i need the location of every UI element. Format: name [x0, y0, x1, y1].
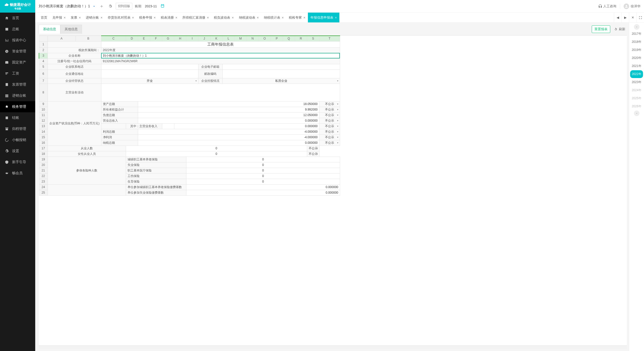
- sidebar-item-label: 报表中心: [12, 38, 26, 43]
- year-2022年[interactable]: 2022年: [630, 70, 643, 78]
- year-prev[interactable]: [634, 24, 639, 30]
- psi-icon: [5, 93, 9, 98]
- year-2017年[interactable]: 2017年: [630, 30, 643, 38]
- refresh-button[interactable]: 刷新: [614, 27, 625, 31]
- year-2026年[interactable]: 2026年: [630, 102, 643, 110]
- sidebar-item-vip[interactable]: 畅会员: [0, 168, 35, 179]
- sidebar-item-label: 结账: [12, 116, 19, 120]
- tab-2[interactable]: 发票×: [68, 13, 83, 22]
- sidebar-item-tax[interactable]: 税务管理: [0, 101, 35, 112]
- tab-5[interactable]: 税务申报×: [137, 13, 158, 22]
- tab-4[interactable]: 存货别名对照表×: [105, 13, 137, 22]
- tab-9[interactable]: 纳税波动表×: [236, 13, 261, 22]
- year-2024年[interactable]: 2024年: [630, 86, 643, 94]
- tab-close[interactable]: ×: [175, 16, 177, 20]
- human-consult[interactable]: 人工咨询: [598, 4, 616, 9]
- close-period-icon: [5, 116, 9, 120]
- add-account-button[interactable]: [99, 3, 105, 9]
- home-icon: [5, 16, 9, 20]
- sidebar-item-label: 首页: [12, 16, 19, 20]
- tab-label: 兑申报: [52, 15, 62, 20]
- year-2021年[interactable]: 2021年: [630, 62, 643, 70]
- tab-close[interactable]: ×: [303, 16, 305, 20]
- tab-10[interactable]: 纳税统计表×: [261, 13, 286, 22]
- tab-close[interactable]: ×: [100, 16, 102, 20]
- sidebar-item-archive[interactable]: 归档管理: [0, 123, 35, 134]
- year-2018年[interactable]: 2018年: [630, 38, 643, 46]
- tab-3[interactable]: 进销台账×: [83, 13, 105, 22]
- tab-label: 纳税波动表: [239, 15, 255, 20]
- tab-label: 税检专家: [289, 15, 302, 20]
- account-settings-button[interactable]: [107, 3, 113, 9]
- sidebar-item-home[interactable]: 首页: [0, 13, 35, 24]
- tab-1[interactable]: 兑申报×: [50, 13, 68, 22]
- period-value[interactable]: 2023-11: [145, 4, 157, 8]
- year-2020年[interactable]: 2020年: [630, 54, 643, 62]
- period-label: 账期: [135, 4, 141, 9]
- year-2023年[interactable]: 2023年: [630, 78, 643, 86]
- tab-close[interactable]: ×: [132, 16, 134, 20]
- sidebar-item-close-period[interactable]: 结账: [0, 112, 35, 123]
- report-icon: [5, 38, 9, 43]
- year-2025年[interactable]: 2025年: [630, 94, 643, 102]
- sidebar-item-label: 新手引导: [12, 160, 26, 164]
- tab-label: 所得税汇算清缴: [182, 15, 205, 20]
- tabs-next[interactable]: ▶: [621, 13, 629, 22]
- sidebar-item-guide[interactable]: 新手引导: [0, 157, 35, 168]
- tab-close[interactable]: ×: [207, 16, 209, 20]
- tab-8[interactable]: 税负波动表×: [211, 13, 236, 22]
- sidebar-item-label: 进销台账: [12, 93, 26, 98]
- sidebar-item-refund[interactable]: 小畅报销: [0, 134, 35, 146]
- tab-close[interactable]: ×: [282, 16, 284, 20]
- tab-close[interactable]: ×: [232, 16, 234, 20]
- sidebar-item-invoice[interactable]: 发票管理: [0, 79, 35, 90]
- fund-icon: [5, 49, 9, 54]
- year-next[interactable]: [634, 111, 639, 116]
- ledger-icon: [5, 27, 9, 31]
- sidebar-item-psi[interactable]: 进销台账: [0, 90, 35, 101]
- tabs-close-all[interactable]: ✕: [629, 13, 636, 22]
- tab-label: 税表清册: [161, 15, 174, 20]
- inner-tab-basic[interactable]: 基础信息: [39, 25, 60, 34]
- horizontal-scrollbar[interactable]: [39, 345, 627, 349]
- sidebar-item-label: 设置: [12, 149, 19, 153]
- tab-0[interactable]: 首页: [38, 13, 50, 22]
- tab-close[interactable]: ×: [79, 16, 81, 20]
- tab-6[interactable]: 税表清册×: [158, 13, 180, 22]
- sidebar-item-report[interactable]: 报表中心: [0, 35, 35, 46]
- tab-11[interactable]: 税检专家×: [286, 13, 308, 22]
- account-selector[interactable]: 刘小艳演示账套（勿删勿动！）1: [39, 4, 96, 9]
- plus-icon: [100, 4, 104, 8]
- sidebar-item-fund[interactable]: 资金管理: [0, 46, 35, 57]
- tab-7[interactable]: 所得税汇算清缴×: [180, 13, 211, 22]
- tab-close[interactable]: ×: [154, 16, 156, 20]
- year-2019年[interactable]: 2019年: [630, 46, 643, 54]
- archive-icon: [5, 127, 9, 131]
- sidebar-item-label: 税务管理: [12, 104, 26, 109]
- sidebar-item-salary[interactable]: 工资: [0, 68, 35, 79]
- avatar-icon: [624, 4, 629, 9]
- user-menu[interactable]: 徐泽华: [624, 4, 640, 9]
- inner-tab-other[interactable]: 其他信息: [60, 25, 82, 34]
- calendar-icon[interactable]: [160, 4, 165, 9]
- cloud-icon: [4, 3, 9, 7]
- top-header: 刘小艳演示账套（勿删勿动！）1 切到旧版 账期 2023-11 人工咨询 徐泽华: [35, 0, 644, 13]
- tab-close[interactable]: ×: [64, 16, 66, 20]
- sidebar-item-ledger[interactable]: 总账: [0, 24, 35, 35]
- sidebar-item-gear[interactable]: 设置: [0, 146, 35, 157]
- switch-old-button[interactable]: 切到旧版: [116, 3, 132, 10]
- tab-close[interactable]: ×: [335, 16, 337, 20]
- reset-report-button[interactable]: 重置报表: [592, 25, 610, 33]
- spreadsheet[interactable]: ABCDEFGHIJKLMNOPQRST1工商年报信息表2税款所属期间：2022…: [39, 35, 627, 349]
- tab-12[interactable]: 年报信息申报表×: [308, 13, 339, 22]
- tab-label: 纳税统计表: [264, 15, 280, 20]
- sidebar-item-asset[interactable]: 固定资产: [0, 57, 35, 68]
- tab-label: 存货别名对照表: [108, 15, 131, 20]
- asset-icon: [5, 60, 9, 65]
- brand-logo: 畅捷通好会计 专业版: [0, 0, 35, 13]
- tab-close[interactable]: ×: [257, 16, 259, 20]
- tabs-fullscreen[interactable]: [636, 13, 644, 22]
- sidebar-item-label: 资金管理: [12, 49, 26, 54]
- sidebar-item-label: 工资: [12, 71, 19, 76]
- tabs-prev[interactable]: ◀: [614, 13, 621, 22]
